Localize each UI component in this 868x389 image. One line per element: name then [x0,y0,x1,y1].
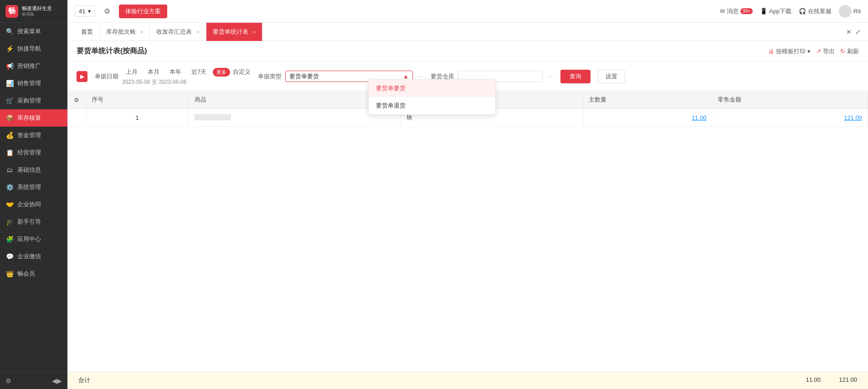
th-settings[interactable]: ⚙ [67,91,86,109]
sidebar-item-label: 应用中心 [17,235,41,243]
page-content: 要货单统计表(按商品) 🖨 按模板打印 ▾ ↗ 导出 ↻ 刷新 [67,41,868,371]
online-service-label: 在线客服 [808,7,832,15]
date-filter-group: 单据日期 上月 本月 本年 近7天 更多 自定义 2023-05-06 至 20… [95,67,251,86]
td-settings [67,109,86,127]
enterprise-icon: 🤝 [5,201,14,208]
page-actions: 🖨 按模板打印 ▾ ↗ 导出 ↻ 刷新 [768,47,859,56]
sidebar-item-system[interactable]: ⚙️ 系统管理 [0,179,67,196]
sidebar-item-sales[interactable]: 📊 销售管理 [0,75,67,92]
chevron-down-icon: ▾ [88,8,91,15]
main-content: 41 ▾ ⚙ 体验行业方案 ✉ 消息 99+ 📱 App下载 🎧 在线客服 R [67,0,868,389]
tab-home[interactable]: 首页 [75,23,100,41]
header-right: ✉ 消息 99+ 📱 App下载 🎧 在线客服 Rit [720,5,861,18]
this-year-btn[interactable]: 本年 [166,67,185,77]
close-window-btn[interactable]: ✕ [846,28,852,36]
logo-sub: 标准版 [22,11,52,17]
setup-btn[interactable]: 设置 [598,70,625,83]
order-type-input[interactable] [289,73,401,80]
sidebar-item-guide[interactable]: 🎓 新手引导 [0,213,67,230]
page-title: 要货单统计表(按商品) [77,46,147,56]
sidebar-item-member[interactable]: 👑 畅会员 [0,265,67,282]
query-btn[interactable]: 查询 [560,70,591,83]
dropdown-item-order-purchase[interactable]: 要货单要货 [369,80,495,97]
th-qty: 主数量 [583,91,712,109]
app-download-label: App下载 [769,7,791,15]
industry-btn[interactable]: 体验行业方案 [119,5,167,18]
online-service-action[interactable]: 🎧 在线客服 [799,7,832,15]
logo-name: 畅捷通好生意 [22,5,52,11]
date-filter-label: 单据日期 [95,72,118,81]
recent-7-btn[interactable]: 近7天 [188,67,210,77]
tab-receive-summary[interactable]: 收发存汇总表 × [150,23,206,41]
order-type-label: 单据类型 [258,72,282,81]
refresh-label: 刷新 [847,47,859,56]
app-download-icon: 📱 [760,8,767,15]
apps-icon: 🧩 [5,235,14,243]
sidebar-item-purchase[interactable]: 🛒 采购管理 [0,92,67,109]
footer-amount: 121.00 [826,376,863,384]
sidebar-logo: 畅 畅捷通好生意 标准版 [0,0,67,23]
sidebar-item-marketing[interactable]: 📢 营销推广 [0,57,67,75]
td-amount[interactable]: 121.00 [712,109,868,127]
tab-receive-summary-label: 收发存汇总表 [156,28,192,36]
tab-inventory-batch-label: 库存批次账 [106,28,136,36]
tab-order-stats-label: 要货单统计表 [213,28,248,36]
sidebar-item-apps[interactable]: 🧩 应用中心 [0,230,67,248]
print-icon: 🖨 [768,48,774,55]
tab-close-receive-summary[interactable]: × [196,29,199,35]
maximize-window-btn[interactable]: ⤢ [855,28,861,36]
top-header: 41 ▾ ⚙ 体验行业方案 ✉ 消息 99+ 📱 App下载 🎧 在线客服 R [67,0,868,23]
warehouse-input[interactable] [462,73,539,80]
print-label: 按模板打印 [776,47,806,56]
sidebar-item-finance[interactable]: 💰 资金管理 [0,127,67,144]
dropdown-item-order-return[interactable]: 要货单退货 [369,97,495,114]
sidebar-bottom: ⚙ ◀▶ [0,372,67,389]
user-menu[interactable]: Rit [839,5,861,18]
store-selector[interactable]: 41 ▾ [75,5,95,17]
sidebar-item-enterprise[interactable]: 🤝 企业协同 [0,196,67,213]
th-seq: 序号 [86,91,189,109]
tab-close-order-stats[interactable]: × [253,29,256,35]
export-action-btn[interactable]: ↗ 导出 [816,47,835,56]
search-nav-icon: 🔍 [5,28,14,35]
tab-inventory-batch[interactable]: 库存批次账 × [100,23,150,41]
user-name: Rit [853,8,861,15]
sidebar-item-basic[interactable]: 🗂 基础信息 [0,161,67,179]
sidebar-item-search[interactable]: 🔍 搜索菜单 [0,23,67,40]
settings-bottom-icon[interactable]: ⚙ [5,377,11,384]
product-placeholder [195,114,231,120]
message-action[interactable]: ✉ 消息 99+ [720,7,753,15]
refresh-action-btn[interactable]: ↻ 刷新 [840,47,859,56]
sidebar-item-inventory[interactable]: 📦 库存核算 [0,109,67,127]
this-month-btn[interactable]: 本月 [144,67,163,77]
print-action-btn[interactable]: 🖨 按模板打印 ▾ [768,47,811,56]
sidebar-item-shortcut[interactable]: ⚡ 快捷导航 [0,40,67,57]
tab-order-stats[interactable]: 要货单统计表 × [206,23,262,41]
more-dates-btn[interactable]: 更多 [213,68,230,77]
order-type-more-icon[interactable]: ··· [418,73,423,80]
footer-label: 合计 [73,376,187,384]
sidebar-item-label: 企业微信 [17,252,41,261]
operation-icon: 📋 [5,149,14,156]
chevron-print-icon: ▾ [807,48,811,55]
export-icon: ↗ [816,48,821,55]
td-seq: 1 [86,109,189,127]
sidebar-item-label: 新手引导 [17,218,41,226]
sidebar-item-wechat[interactable]: 💬 企业微信 [0,248,67,265]
tab-close-inventory-batch[interactable]: × [140,29,143,35]
header-settings-btn[interactable]: ⚙ [101,5,113,18]
sidebar-item-operation[interactable]: 📋 经营管理 [0,144,67,161]
filter-expand-btn[interactable]: ▶ [77,71,87,82]
collapse-sidebar-btn[interactable]: ◀▶ [52,377,62,384]
logo-icon: 畅 [5,5,18,18]
app-download-action[interactable]: 📱 App下载 [760,7,791,15]
prev-month-btn[interactable]: 上月 [122,67,141,77]
finance-icon: 💰 [5,132,14,139]
td-qty[interactable]: 11.00 [583,109,712,127]
custom-date-btn[interactable]: 自定义 [233,68,251,76]
order-type-chevron-icon: ▲ [403,73,409,80]
basic-icon: 🗂 [5,166,14,174]
footer-qty: 11.00 [790,376,826,384]
warehouse-more-icon[interactable]: ··· [548,73,553,80]
sidebar-item-label: 库存核算 [17,114,41,122]
